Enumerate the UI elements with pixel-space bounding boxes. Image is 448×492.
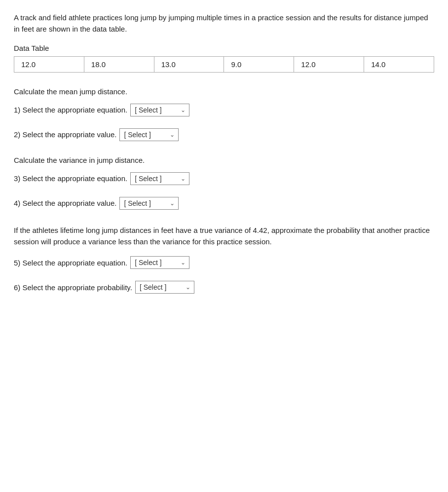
question-1-select-wrapper: [ Select ] ⌄: [130, 104, 189, 116]
question-5-select[interactable]: [ Select ]: [130, 256, 189, 269]
question-6-label: 6) Select the appropriate probability.: [14, 283, 132, 292]
table-cell-2: 18.0: [84, 56, 154, 72]
question-2-select[interactable]: [ Select ]: [119, 128, 179, 141]
probability-section: If the athletes lifetime long jump dista…: [14, 225, 434, 294]
question-5-select-wrapper: [ Select ] ⌄: [130, 256, 189, 269]
data-table-section: Data Table 12.0 18.0 13.0 9.0 12.0 14.0: [14, 44, 434, 73]
question-4-select-wrapper: [ Select ] ⌄: [119, 197, 179, 210]
variance-heading: Calculate the variance in jump distance.: [14, 156, 434, 164]
question-4-label: 4) Select the appropriate value.: [14, 199, 116, 207]
question-3-select-wrapper: [ Select ] ⌄: [130, 172, 189, 185]
question-6-select-wrapper: [ Select ] ⌄: [135, 281, 194, 294]
question-1-row: 1) Select the appropriate equation. [ Se…: [14, 104, 434, 116]
intro-text: A track and field athlete practices long…: [14, 12, 434, 35]
question-3-row: 3) Select the appropriate equation. [ Se…: [14, 172, 434, 185]
question-2-row: 2) Select the appropriate value. [ Selec…: [14, 128, 434, 141]
data-table: 12.0 18.0 13.0 9.0 12.0 14.0: [14, 56, 434, 73]
variance-section: Calculate the variance in jump distance.…: [14, 156, 434, 210]
question-1-select[interactable]: [ Select ]: [130, 104, 189, 116]
probability-text: If the athletes lifetime long jump dista…: [14, 225, 434, 248]
question-5-label: 5) Select the appropriate equation.: [14, 259, 127, 267]
data-table-label: Data Table: [14, 44, 434, 52]
table-cell-5: 12.0: [294, 56, 364, 72]
question-1-label: 1) Select the appropriate equation.: [14, 106, 127, 114]
table-cell-1: 12.0: [14, 56, 84, 72]
question-2-select-wrapper: [ Select ] ⌄: [119, 128, 179, 141]
question-4-select[interactable]: [ Select ]: [119, 197, 179, 210]
question-2-label: 2) Select the appropriate value.: [14, 130, 116, 139]
question-6-select[interactable]: [ Select ]: [135, 281, 194, 294]
question-3-select[interactable]: [ Select ]: [130, 172, 189, 185]
question-3-label: 3) Select the appropriate equation.: [14, 174, 127, 183]
table-cell-4: 9.0: [224, 56, 294, 72]
question-4-row: 4) Select the appropriate value. [ Selec…: [14, 197, 434, 210]
mean-heading: Calculate the mean jump distance.: [14, 87, 434, 96]
question-6-row: 6) Select the appropriate probability. […: [14, 281, 434, 294]
mean-section: Calculate the mean jump distance. 1) Sel…: [14, 87, 434, 141]
question-5-row: 5) Select the appropriate equation. [ Se…: [14, 256, 434, 269]
table-cell-6: 14.0: [364, 56, 434, 72]
table-cell-3: 13.0: [154, 56, 224, 72]
